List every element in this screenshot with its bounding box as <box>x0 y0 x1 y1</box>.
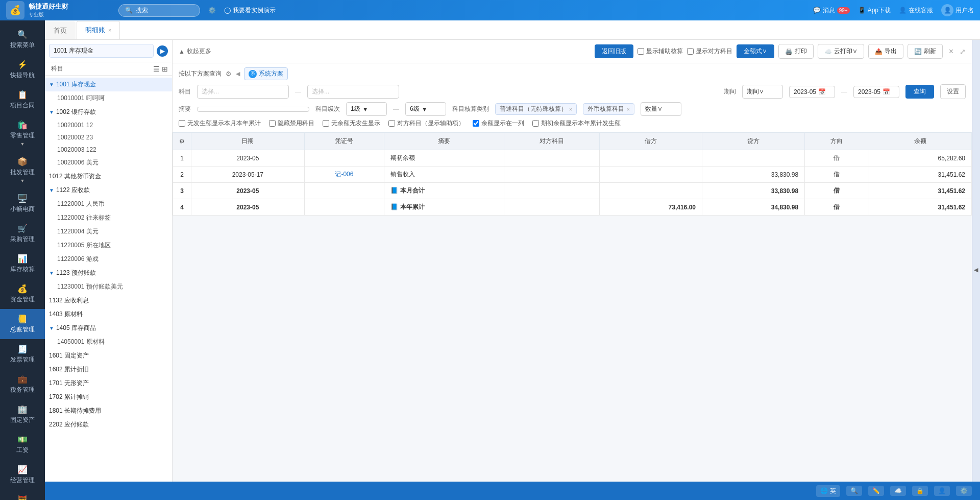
period-end-date[interactable]: 2023-05 📅 <box>853 86 899 98</box>
sidebar-item-purchase[interactable]: 🛒 采购管理 <box>0 219 45 249</box>
subject-input[interactable]: 选择... <box>197 85 289 99</box>
bottom-lang-btn[interactable]: 🌐 英 <box>816 485 840 497</box>
search-query-btn[interactable]: 查询 <box>905 85 934 99</box>
tree-item-11230001[interactable]: 11230001 预付账款美元 <box>45 280 172 294</box>
show-aux-checkbox[interactable] <box>638 48 644 55</box>
tree-item-11220004[interactable]: 11220004 美元 <box>45 225 172 239</box>
sidebar-item-inventory[interactable]: 📊 库存核算 <box>0 249 45 279</box>
check5-label[interactable]: 余额显示在一列 <box>473 119 524 128</box>
sidebar-item-operations[interactable]: 📈 经营管理 <box>0 460 45 490</box>
sidebar-item-fixed-assets[interactable]: 🏢 固定资产 <box>0 399 45 430</box>
bottom-lock-btn[interactable]: 🔒 <box>912 486 928 496</box>
tree-item-1012[interactable]: 1012 其他货币资金 <box>45 170 172 183</box>
tree-item-1801[interactable]: 1801 长期待摊费用 <box>45 404 172 418</box>
sidebar-item-ledger[interactable]: 📒 总账管理 <box>0 309 45 339</box>
check2-label[interactable]: 隐藏禁用科目 <box>269 119 314 128</box>
cloud-print-btn[interactable]: ☁️ 云打印∨ <box>818 44 864 59</box>
print-btn[interactable]: 🖨️ 打印 <box>778 44 814 59</box>
tree-item-14050001[interactable]: 14050001 原材料 <box>45 335 172 349</box>
tree-item-1001[interactable]: ▼ 1001 库存现金 <box>45 78 172 91</box>
tree-collapse-icon[interactable]: ⊞ <box>162 64 168 73</box>
collapse-more-btn[interactable]: ▲ 收起更多 <box>179 47 211 56</box>
quantity-tag[interactable]: 数量∨ <box>641 102 681 116</box>
tree-item-11220005[interactable]: 11220005 所在地区 <box>45 239 172 252</box>
tree-item-10020002[interactable]: 10020002 23 <box>45 131 172 144</box>
check3-label[interactable]: 无余额无发生显示 <box>323 119 380 128</box>
tab-detail-ledger[interactable]: 明细账 × <box>77 21 120 39</box>
sidebar-item-expense[interactable]: 🧮 小畅报销 <box>0 490 45 500</box>
sidebar-item-ecom[interactable]: 🖥️ 小畅电商 <box>0 188 45 219</box>
tree-item-1702[interactable]: 1702 累计摊销 <box>45 390 172 404</box>
level-end-select[interactable]: 6级 ▼ <box>405 102 446 116</box>
bottom-search-btn[interactable]: 🔍 <box>846 486 862 496</box>
tag-close-1[interactable]: × <box>569 106 572 112</box>
panel-expand-btn[interactable]: ⤢ <box>960 47 966 56</box>
level-start-select[interactable]: 1级 ▼ <box>346 102 387 116</box>
bottom-cloud-btn[interactable]: ☁️ <box>890 486 906 496</box>
check1-label[interactable]: 无发生额显示本月本年累计 <box>179 119 261 128</box>
show-contra-checkbox-label[interactable]: 显示对方科目 <box>687 47 732 56</box>
summary-input[interactable] <box>197 107 309 112</box>
sidebar-item-tax[interactable]: 💼 税务管理 <box>0 369 45 399</box>
scheme-btn[interactable]: 系 系统方案 <box>244 67 288 80</box>
check4[interactable] <box>388 120 395 127</box>
tree-item-1701[interactable]: 1701 无形资产 <box>45 376 172 390</box>
sidebar-item-payroll[interactable]: 💵 工资 <box>0 430 45 460</box>
tree-list-icon[interactable]: ☰ <box>153 64 160 73</box>
sidebar-item-finance[interactable]: 💰 资金管理 <box>0 279 45 309</box>
check6[interactable] <box>532 120 539 127</box>
tree-item-1403[interactable]: 1403 原材料 <box>45 307 172 321</box>
export-btn[interactable]: 📤 导出 <box>868 44 903 59</box>
tree-item-11220001[interactable]: 11220001 人民币 <box>45 197 172 211</box>
tree-item-2202[interactable]: 2202 应付账款 <box>45 418 172 432</box>
tree-item-10020001[interactable]: 10020001 12 <box>45 119 172 131</box>
filter-settings-btn[interactable]: 设置 <box>940 84 966 99</box>
tree-item-11220002[interactable]: 11220002 往来标签 <box>45 211 172 225</box>
amount-format-btn[interactable]: 金额式∨ <box>737 44 774 58</box>
period-type-select[interactable]: 期间∨ <box>742 85 783 99</box>
sidebar-item-retail[interactable]: 🛍️ 零售管理 ▼ <box>0 115 45 152</box>
account-selector[interactable]: 1001 库存现金 <box>49 44 154 58</box>
sidebar-item-wholesale[interactable]: 📦 批发管理 ▼ <box>0 152 45 188</box>
panel-close-btn[interactable]: × <box>947 47 955 56</box>
tree-item-1132[interactable]: 1132 应收利息 <box>45 294 172 307</box>
tree-item-1123[interactable]: ▼ 1123 预付账款 <box>45 266 172 280</box>
tab-home[interactable]: 首页 <box>45 21 76 39</box>
sidebar-item-quick-nav[interactable]: ⚡ 快捷导航 <box>0 55 45 85</box>
show-contra-checkbox[interactable] <box>687 48 694 55</box>
show-aux-checkbox-label[interactable]: 显示辅助核算 <box>638 47 683 56</box>
settings-icon-top[interactable]: ⚙️ <box>208 7 216 14</box>
tree-item-1002[interactable]: ▼ 1002 银行存款 <box>45 105 172 119</box>
tree-item-10020003[interactable]: 10020003 122 <box>45 144 172 156</box>
bottom-edit-btn[interactable]: ✏️ <box>868 486 884 496</box>
filter-settings-icon[interactable]: ⚙ <box>226 70 232 78</box>
return-old-version-btn[interactable]: 返回旧版 <box>595 44 633 58</box>
tag-close-2[interactable]: × <box>626 106 629 112</box>
online-service-btn[interactable]: 👤 在线客服 <box>899 6 933 15</box>
messages-btn[interactable]: 💬 消息 99+ <box>813 6 850 15</box>
check3[interactable] <box>323 120 329 127</box>
period-start-date[interactable]: 2023-05 📅 <box>789 86 835 98</box>
tree-item-10020006[interactable]: 10020006 美元 <box>45 156 172 170</box>
nav-arrow-btn[interactable]: ▶ <box>157 45 168 57</box>
subject-range-input[interactable]: 选择... <box>307 85 399 99</box>
filter-arrow-icon[interactable]: ◀ <box>236 70 240 77</box>
app-download-btn[interactable]: 📱 App下载 <box>858 6 891 15</box>
tree-item-1602[interactable]: 1602 累计折旧 <box>45 363 172 376</box>
check2[interactable] <box>269 120 276 127</box>
side-expand-tab[interactable]: ◀ <box>972 40 980 500</box>
tree-item-11220006[interactable]: 11220006 游戏 <box>45 252 172 266</box>
category-tag-2[interactable]: 外币核算科目 × <box>583 103 634 115</box>
sidebar-item-project[interactable]: 📋 项目合同 <box>0 85 45 115</box>
sidebar-item-invoice[interactable]: 🧾 发票管理 <box>0 339 45 369</box>
tree-item-1405[interactable]: ▼ 1405 库存商品 <box>45 321 172 335</box>
row2-voucher[interactable]: 记-006 <box>304 166 384 183</box>
user-profile-btn[interactable]: 👤 用户名 <box>941 4 974 16</box>
bottom-user-btn[interactable]: 👤 <box>934 486 950 496</box>
tree-item-1601[interactable]: 1601 固定资产 <box>45 349 172 363</box>
check4-label[interactable]: 对方科目（显示辅助项） <box>388 119 464 128</box>
check1[interactable] <box>179 120 185 127</box>
tree-item-1122[interactable]: ▼ 1122 应收款 <box>45 183 172 197</box>
bottom-settings-btn[interactable]: ⚙️ <box>956 486 972 496</box>
tree-item-10010001[interactable]: 10010001 呵呵呵 <box>45 91 172 105</box>
